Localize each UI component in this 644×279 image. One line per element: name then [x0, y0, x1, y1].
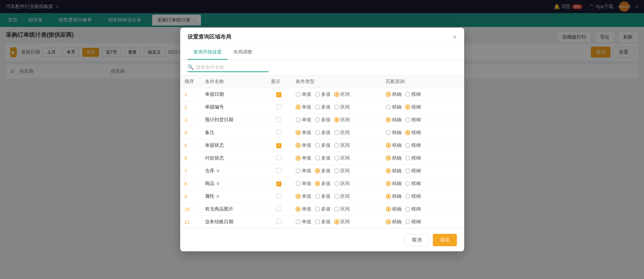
match-option-精确[interactable]: 精确	[386, 155, 402, 161]
type-option-多值[interactable]: 多值	[315, 117, 331, 123]
type-option-单值[interactable]: 单值	[296, 219, 311, 225]
table-row: 4备注单值多值区间精确模糊	[180, 126, 464, 139]
display-checkbox[interactable]	[276, 117, 281, 122]
display-checkbox[interactable]	[276, 206, 281, 211]
match-option-精确[interactable]: 精确	[386, 180, 402, 187]
match-option-精确[interactable]: 精确	[386, 206, 402, 212]
type-option-区间[interactable]: 区间	[334, 168, 350, 174]
cell-order: 1	[180, 88, 201, 101]
table-row: 9属性 ∨单值多值区间精确模糊	[180, 190, 464, 203]
type-option-区间[interactable]: 区间	[334, 180, 350, 187]
match-option-模糊[interactable]: 模糊	[405, 206, 421, 212]
match-option-模糊[interactable]: 模糊	[405, 129, 421, 136]
cell-name: 备注	[201, 126, 266, 139]
cell-name: 预计到货日期	[201, 114, 266, 126]
match-option-精确[interactable]: 精确	[386, 193, 402, 200]
type-option-区间[interactable]: 区间	[334, 219, 350, 225]
cell-name: 单据日期	[201, 88, 266, 101]
type-option-单值[interactable]: 单值	[296, 206, 311, 212]
table-row: 8商品 ∨✓单值多值区间精确模糊	[180, 177, 464, 190]
match-option-模糊[interactable]: 模糊	[405, 142, 421, 149]
type-option-单值[interactable]: 单值	[296, 193, 311, 200]
type-option-单值[interactable]: 单值	[296, 91, 311, 98]
th-display: 显示	[266, 75, 291, 88]
modal-search-bar: 🔍	[180, 60, 464, 75]
match-option-精确[interactable]: 精确	[386, 129, 402, 136]
cell-name: 商品 ∨	[201, 177, 266, 190]
match-option-精确[interactable]: 精确	[386, 91, 402, 98]
cell-display	[266, 152, 291, 165]
type-option-单值[interactable]: 单值	[296, 117, 311, 123]
type-option-多值[interactable]: 多值	[315, 219, 331, 225]
type-option-多值[interactable]: 多值	[315, 142, 331, 149]
display-checkbox[interactable]	[276, 219, 281, 224]
type-option-单值[interactable]: 单值	[296, 129, 311, 136]
match-option-模糊[interactable]: 模糊	[405, 168, 421, 174]
save-btn[interactable]: 保存	[433, 234, 457, 246]
type-option-区间[interactable]: 区间	[334, 206, 350, 212]
modal-close-btn[interactable]: ×	[453, 34, 457, 40]
conditions-table: 顺序 条件名称 显示 条件类型 匹配原则	[180, 75, 464, 228]
type-option-多值[interactable]: 多值	[315, 104, 331, 110]
type-option-单值[interactable]: 单值	[296, 155, 311, 161]
type-option-多值[interactable]: 多值	[315, 193, 331, 200]
type-option-多值[interactable]: 多值	[315, 155, 331, 161]
type-option-多值[interactable]: 多值	[315, 206, 331, 212]
type-option-多值[interactable]: 多值	[315, 168, 331, 174]
tab-query-fields[interactable]: 查询字段设置	[187, 45, 228, 60]
display-checkbox[interactable]: ✓	[276, 181, 281, 186]
match-option-模糊[interactable]: 模糊	[405, 155, 421, 161]
display-checkbox[interactable]	[276, 193, 281, 199]
cell-order: 11	[180, 216, 201, 228]
table-row: 6付款状态单值多值区间精确模糊	[180, 152, 464, 165]
type-option-区间[interactable]: 区间	[334, 129, 350, 136]
match-option-模糊[interactable]: 模糊	[405, 180, 421, 187]
th-name: 条件名称	[201, 75, 266, 88]
type-option-区间[interactable]: 区间	[334, 142, 350, 149]
type-option-单值[interactable]: 单值	[296, 104, 311, 110]
cell-name: 业务结账日期	[201, 216, 266, 228]
search-wrap: 🔍	[187, 64, 269, 72]
type-option-单值[interactable]: 单值	[296, 168, 311, 174]
cell-match: 精确模糊	[382, 216, 464, 228]
cell-type: 单值多值区间	[291, 88, 382, 101]
match-option-模糊[interactable]: 模糊	[405, 117, 421, 123]
match-option-模糊[interactable]: 模糊	[405, 219, 421, 225]
match-option-精确[interactable]: 精确	[386, 219, 402, 225]
cell-name: 有无商品图片	[201, 203, 266, 216]
match-option-精确[interactable]: 精确	[386, 117, 402, 123]
match-option-精确[interactable]: 精确	[386, 104, 402, 110]
type-option-多值[interactable]: 多值	[315, 129, 331, 136]
search-input[interactable]	[196, 64, 269, 70]
cell-name: 单据编号	[201, 101, 266, 114]
type-option-单值[interactable]: 单值	[296, 142, 311, 149]
type-option-区间[interactable]: 区间	[334, 155, 350, 161]
display-checkbox[interactable]	[276, 168, 281, 173]
match-option-精确[interactable]: 精确	[386, 168, 402, 174]
match-option-模糊[interactable]: 模糊	[405, 104, 421, 110]
cancel-btn[interactable]: 取消	[404, 234, 429, 246]
type-option-多值[interactable]: 多值	[315, 180, 331, 187]
type-option-区间[interactable]: 区间	[334, 104, 350, 110]
type-option-区间[interactable]: 区间	[334, 193, 350, 200]
display-checkbox[interactable]	[276, 104, 281, 109]
match-option-模糊[interactable]: 模糊	[405, 91, 421, 98]
cell-name: 仓库 ∨	[201, 165, 266, 177]
cell-display	[266, 190, 291, 203]
th-type: 条件类型	[291, 75, 382, 88]
display-checkbox[interactable]	[276, 155, 281, 160]
cell-match: 精确模糊	[382, 101, 464, 114]
type-option-区间[interactable]: 区间	[334, 117, 350, 123]
tab-layout-adjust[interactable]: 布局调整	[228, 45, 258, 60]
table-row: 5单据状态✓单值多值区间精确模糊	[180, 139, 464, 152]
display-checkbox[interactable]	[276, 130, 281, 135]
display-checkbox[interactable]: ✓	[276, 143, 281, 148]
match-option-精确[interactable]: 精确	[386, 142, 402, 149]
type-option-多值[interactable]: 多值	[315, 91, 331, 98]
match-option-模糊[interactable]: 模糊	[405, 193, 421, 200]
type-option-区间[interactable]: 区间	[334, 91, 350, 98]
cell-match: 精确模糊	[382, 114, 464, 126]
type-option-单值[interactable]: 单值	[296, 180, 311, 187]
cell-match: 精确模糊	[382, 88, 464, 101]
display-checkbox[interactable]: ✓	[276, 92, 281, 97]
